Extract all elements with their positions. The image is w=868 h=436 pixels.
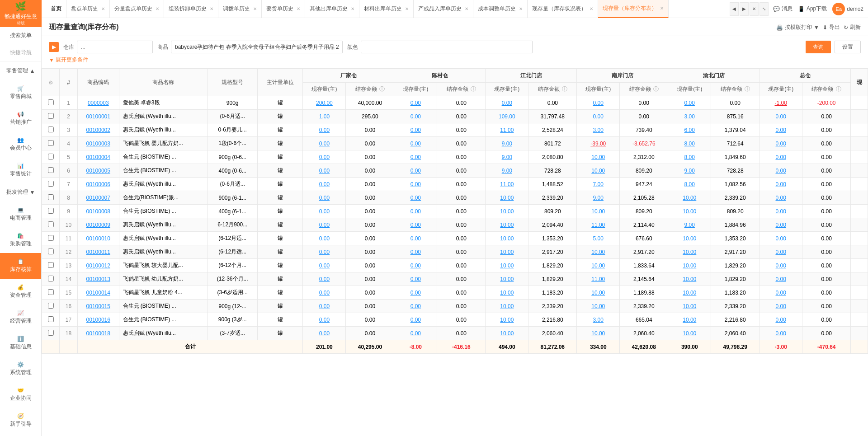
row-checkbox[interactable] xyxy=(48,248,54,254)
row-check[interactable] xyxy=(42,150,60,164)
tab-stock-dist-close[interactable]: ✕ xyxy=(660,6,664,11)
row-code-link[interactable]: 00100012 xyxy=(86,263,110,269)
row-code-link[interactable]: 00100003 xyxy=(86,141,110,147)
row-checkbox[interactable] xyxy=(48,140,54,146)
row-checkbox[interactable] xyxy=(48,208,54,214)
sidebar-item-retail-stats[interactable]: 📊 零售统计 xyxy=(0,157,41,183)
chenyang-amt-info[interactable]: ⓘ xyxy=(471,86,476,92)
row-checkbox[interactable] xyxy=(48,262,54,268)
row-checkbox[interactable] xyxy=(48,289,54,295)
tab-prev-btn[interactable]: ◀ xyxy=(730,2,739,16)
row-code-link[interactable]: 00100011 xyxy=(86,249,110,255)
tab-inventory-single[interactable]: 盘点单历史 ✕ xyxy=(66,0,110,18)
factory-amt-info[interactable]: ⓘ xyxy=(379,86,385,92)
row-code-link[interactable]: 00100016 xyxy=(86,317,110,323)
message-btn[interactable]: 💬 消息 xyxy=(773,5,793,13)
tab-next-btn[interactable]: ▶ xyxy=(740,2,749,16)
tab-split[interactable]: 分量盘点单历史 ✕ xyxy=(110,0,164,18)
row-check[interactable] xyxy=(42,96,60,110)
tab-cost-adjust[interactable]: 成本调整单历史 ✕ xyxy=(473,0,528,18)
tab-stock-status[interactable]: 现存量（库存状况表） ✕ xyxy=(528,0,598,18)
tab-allocation[interactable]: 调拨单历史 ✕ xyxy=(218,0,262,18)
row-code-link[interactable]: 00100009 xyxy=(86,222,110,228)
jiangbei-amt-info[interactable]: ⓘ xyxy=(562,86,567,92)
row-code-link[interactable]: 00100014 xyxy=(86,290,110,296)
row-check[interactable] xyxy=(42,164,60,178)
row-check[interactable] xyxy=(42,191,60,205)
row-check[interactable] xyxy=(42,327,60,340)
setting-btn[interactable]: 设置 xyxy=(835,41,861,53)
sidebar-item-collab[interactable]: 🤝 企业协同 xyxy=(0,382,41,408)
tab-split-close[interactable]: ✕ xyxy=(156,6,159,11)
expand-conditions-btn[interactable]: ▼ 展开更多条件 xyxy=(49,56,88,64)
sidebar-item-app-center[interactable]: 📱 应用中心 xyxy=(0,433,41,436)
row-check[interactable] xyxy=(42,110,60,123)
tab-inventory-single-close[interactable]: ✕ xyxy=(101,6,105,11)
tab-cost-adjust-close[interactable]: ✕ xyxy=(519,6,523,11)
tab-product-in[interactable]: 产成品入库单历史 ✕ xyxy=(414,0,473,18)
row-checkbox[interactable] xyxy=(48,99,54,105)
sidebar-item-system[interactable]: ⚙️ 系统管理 xyxy=(0,356,41,382)
tab-purchase-order-close[interactable]: ✕ xyxy=(297,6,300,11)
tab-close-all-btn[interactable]: ✕ xyxy=(750,2,759,16)
sidebar-item-ecommerce[interactable]: 💻 电商管理 xyxy=(0,202,41,227)
tab-allocation-close[interactable]: ✕ xyxy=(253,6,257,11)
row-checkbox[interactable] xyxy=(48,194,54,200)
row-code-link[interactable]: 00100002 xyxy=(86,127,110,133)
sidebar-item-inventory[interactable]: 📋 库存核算 xyxy=(0,253,41,279)
row-checkbox[interactable] xyxy=(48,167,54,173)
row-code-link[interactable]: 00100007 xyxy=(86,195,110,201)
row-checkbox[interactable] xyxy=(48,316,54,322)
row-check[interactable] xyxy=(42,205,60,218)
tab-material-out-close[interactable]: ✕ xyxy=(405,6,409,11)
row-check[interactable] xyxy=(42,137,60,150)
sidebar-item-operations[interactable]: 📈 经营管理 xyxy=(0,305,41,330)
sidebar-logo[interactable]: 🌿 畅捷通好生意 标版 xyxy=(0,0,42,27)
row-check[interactable] xyxy=(42,272,60,286)
total-amt-info[interactable]: ⓘ xyxy=(836,86,841,92)
sidebar-search[interactable]: 搜索菜单 xyxy=(0,27,41,44)
row-checkbox[interactable] xyxy=(48,303,54,309)
filter-expand-trigger[interactable]: ▶ xyxy=(49,42,59,52)
app-download-btn[interactable]: 📱 App下载 xyxy=(798,5,827,13)
yuubei-amt-info[interactable]: ⓘ xyxy=(745,86,750,92)
tab-expand-btn[interactable]: ⤡ xyxy=(760,2,769,16)
row-code-link[interactable]: 00100013 xyxy=(86,276,110,282)
row-checkbox[interactable] xyxy=(48,276,54,281)
row-check[interactable] xyxy=(42,232,60,245)
row-check[interactable] xyxy=(42,245,60,259)
row-check[interactable] xyxy=(42,123,60,137)
row-code-link[interactable]: 0000003 xyxy=(88,100,109,106)
row-code-link[interactable]: 00100004 xyxy=(86,154,110,160)
row-code-link[interactable]: 00100015 xyxy=(86,303,110,309)
sidebar-item-retail-mall[interactable]: 🛒 零售商城 xyxy=(0,80,41,106)
row-checkbox[interactable] xyxy=(48,154,54,159)
sidebar-item-retail-mgmt[interactable]: 零售管理 ▲ xyxy=(0,61,41,80)
row-check[interactable] xyxy=(42,259,60,272)
sidebar-item-member[interactable]: 👥 会员中心 xyxy=(0,131,41,157)
sidebar-item-wholesale[interactable]: 批发管理 ▼ xyxy=(0,183,41,202)
nanan-amt-info[interactable]: ⓘ xyxy=(653,86,659,92)
row-code-link[interactable]: 00100001 xyxy=(86,113,110,120)
row-checkbox[interactable] xyxy=(48,181,54,187)
row-check[interactable] xyxy=(42,286,60,300)
row-code-link[interactable]: 00100006 xyxy=(86,181,110,188)
tab-combo-close[interactable]: ✕ xyxy=(210,6,213,11)
tab-other-out[interactable]: 其他出库单历史 ✕ xyxy=(305,0,359,18)
gear-icon[interactable]: ⚙ xyxy=(48,80,53,86)
row-checkbox[interactable] xyxy=(48,330,54,336)
user-menu[interactable]: Ea demo2 xyxy=(832,3,863,15)
row-code-link[interactable]: 00100010 xyxy=(86,235,110,242)
export-btn[interactable]: ⬇ 导出 xyxy=(823,23,840,31)
color-input[interactable] xyxy=(361,41,533,53)
row-check[interactable] xyxy=(42,178,60,191)
product-input[interactable] xyxy=(171,41,343,53)
print-btn[interactable]: 🖨️ 按模版打印 ▼ xyxy=(776,23,819,31)
tab-stock-status-close[interactable]: ✕ xyxy=(590,6,593,11)
sidebar-item-purchase[interactable]: 🛍️ 采购管理 xyxy=(0,227,41,253)
warehouse-input[interactable] xyxy=(77,41,153,53)
row-code-link[interactable]: 00100018 xyxy=(86,330,110,337)
tab-stock-dist[interactable]: 现存量（库存分布表） ✕ xyxy=(598,0,669,18)
row-checkbox[interactable] xyxy=(48,127,54,132)
col-gear-header[interactable]: ⚙ xyxy=(42,69,60,96)
